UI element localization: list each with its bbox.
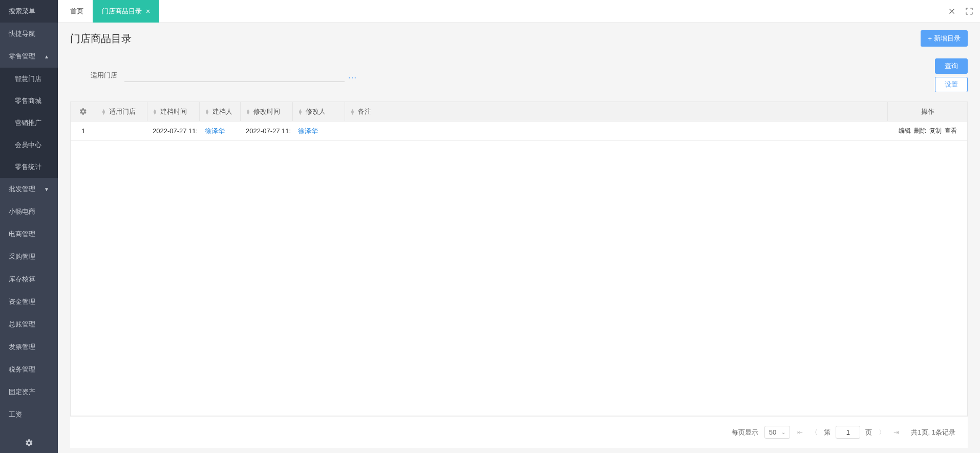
sidebar-item-member[interactable]: 会员中心	[0, 134, 58, 156]
sidebar-item-label: 零售统计	[15, 162, 41, 172]
cell-rownum: 1	[71, 121, 96, 140]
fullscreen-icon	[965, 7, 974, 16]
chevron-up-icon: ▲	[44, 54, 49, 59]
close-icon	[947, 7, 956, 16]
th-label: 建档时间	[160, 107, 187, 116]
sidebar-settings[interactable]	[0, 433, 58, 453]
row-delete-link[interactable]: 删除	[914, 127, 926, 135]
page-summary: 共1页, 1条记录	[911, 428, 955, 437]
first-page-button[interactable]: ⇤	[795, 428, 804, 436]
sort-icon: ▲▼	[298, 109, 303, 115]
sidebar-item-funds[interactable]: 资金管理	[0, 291, 58, 313]
sidebar: 搜索菜单 快捷导航 零售管理▲ 智慧门店 零售商城 营销推广 会员中心 零售统计…	[0, 0, 58, 453]
sidebar-item-label: 会员中心	[15, 140, 41, 150]
close-icon[interactable]: ×	[146, 8, 150, 15]
query-button[interactable]: 查询	[935, 58, 968, 74]
sidebar-item-inventory[interactable]: 库存核算	[0, 268, 58, 291]
sidebar-item-label: 批发管理	[9, 184, 35, 194]
th-label: 备注	[358, 107, 371, 116]
sort-icon: ▲▼	[350, 109, 355, 115]
tab-store-catalog[interactable]: 门店商品目录 ×	[93, 0, 159, 23]
row-copy-link[interactable]: 复制	[929, 127, 942, 135]
sidebar-item-label: 采购管理	[9, 252, 35, 261]
th-label: 适用门店	[109, 107, 136, 116]
sidebar-item-invoice[interactable]: 发票管理	[0, 336, 58, 358]
page-suffix: 页	[865, 428, 872, 437]
cell-modify-time: 2022-07-27 11:	[241, 121, 293, 140]
sidebar-item-purchase[interactable]: 采购管理	[0, 245, 58, 268]
sidebar-item-label: 快捷导航	[9, 29, 35, 38]
th-note[interactable]: ▲▼备注	[345, 102, 888, 121]
table-settings-button[interactable]	[71, 102, 96, 121]
sidebar-item-quicknav[interactable]: 快捷导航	[0, 23, 58, 45]
sort-icon: ▲▼	[101, 109, 106, 115]
sidebar-item-retailstats[interactable]: 零售统计	[0, 156, 58, 178]
sidebar-item-label: 库存核算	[9, 275, 35, 284]
close-all-button[interactable]	[946, 6, 957, 17]
more-icon[interactable]: …	[348, 70, 357, 81]
tab-label: 首页	[70, 7, 83, 16]
data-table: ▲▼适用门店 ▲▼建档时间 ▲▼建档人 ▲▼修改时间 ▲▼修改人 ▲▼备注 操作…	[70, 101, 968, 416]
sidebar-item-xiaochang[interactable]: 小畅电商	[0, 200, 58, 223]
chevron-down-icon: ⌄	[781, 429, 785, 435]
sidebar-item-label: 发票管理	[9, 342, 35, 352]
tab-home[interactable]: 首页	[61, 0, 93, 23]
sidebar-item-retail[interactable]: 零售管理▲	[0, 45, 58, 68]
cell-modify-person: 徐泽华	[293, 121, 345, 140]
tab-label: 门店商品目录	[102, 7, 142, 16]
sidebar-item-ledger[interactable]: 总账管理	[0, 313, 58, 336]
sidebar-item-ecommerce[interactable]: 电商管理	[0, 223, 58, 245]
gear-icon	[25, 439, 33, 447]
page-prefix: 第	[824, 428, 830, 437]
tab-bar: 首页 门店商品目录 ×	[58, 0, 980, 23]
cell-create-person: 徐泽华	[200, 121, 241, 140]
sidebar-item-wholesale[interactable]: 批发管理▼	[0, 178, 58, 200]
th-op: 操作	[888, 102, 967, 121]
th-create-person[interactable]: ▲▼建档人	[200, 102, 241, 121]
page-input[interactable]	[836, 426, 860, 439]
sidebar-item-label: 资金管理	[9, 297, 35, 306]
sidebar-item-label: 营销推广	[15, 118, 41, 128]
sidebar-item-smartstore[interactable]: 智慧门店	[0, 68, 58, 90]
prev-page-button[interactable]: 〈	[809, 428, 819, 437]
page-size-select[interactable]: 50 ⌄	[764, 426, 790, 439]
last-page-button[interactable]: ⇥	[891, 428, 901, 436]
page-header: 门店商品目录 + 新增目录	[58, 23, 980, 54]
sidebar-item-retailmall[interactable]: 零售商城	[0, 90, 58, 112]
sidebar-item-label: 固定资产	[9, 387, 35, 397]
sidebar-item-salary[interactable]: 工资	[0, 403, 58, 426]
sidebar-item-marketing[interactable]: 营销推广	[0, 112, 58, 134]
cell-create-time: 2022-07-27 11:	[147, 121, 200, 140]
sidebar-item-assets[interactable]: 固定资产	[0, 381, 58, 403]
next-page-button[interactable]: 〉	[877, 428, 886, 437]
cell-note	[345, 121, 888, 140]
sidebar-item-label: 工资	[9, 410, 22, 419]
sort-icon: ▲▼	[205, 109, 209, 115]
filter-store-input[interactable]	[124, 69, 345, 82]
sidebar-item-tax[interactable]: 税务管理	[0, 358, 58, 381]
page-title: 门店商品目录	[70, 32, 132, 46]
sidebar-item-search[interactable]: 搜索菜单	[0, 0, 58, 23]
plus-icon: +	[928, 35, 932, 43]
sidebar-item-label: 智慧门店	[15, 74, 41, 84]
filter-store-label: 适用门店	[91, 71, 117, 80]
filter-bar: 适用门店 … 查询 设置	[58, 54, 980, 101]
settings-button[interactable]: 设置	[935, 77, 968, 92]
sidebar-item-label: 搜索菜单	[9, 7, 35, 16]
fullscreen-button[interactable]	[964, 6, 975, 17]
th-create-time[interactable]: ▲▼建档时间	[147, 102, 200, 121]
page-size-value: 50	[769, 428, 776, 436]
add-catalog-button[interactable]: + 新增目录	[921, 30, 968, 47]
sort-icon: ▲▼	[246, 109, 250, 115]
th-modify-person[interactable]: ▲▼修改人	[293, 102, 345, 121]
gear-icon	[79, 108, 87, 115]
row-edit-link[interactable]: 编辑	[899, 127, 911, 135]
sort-icon: ▲▼	[153, 109, 157, 115]
sidebar-item-label: 零售商城	[15, 96, 41, 106]
th-label: 建档人	[212, 107, 232, 116]
row-view-link[interactable]: 查看	[945, 127, 957, 135]
th-modify-time[interactable]: ▲▼修改时间	[241, 102, 293, 121]
sidebar-item-label: 税务管理	[9, 365, 35, 374]
th-store[interactable]: ▲▼适用门店	[96, 102, 147, 121]
table-row[interactable]: 1 2022-07-27 11: 徐泽华 2022-07-27 11: 徐泽华 …	[71, 121, 967, 141]
